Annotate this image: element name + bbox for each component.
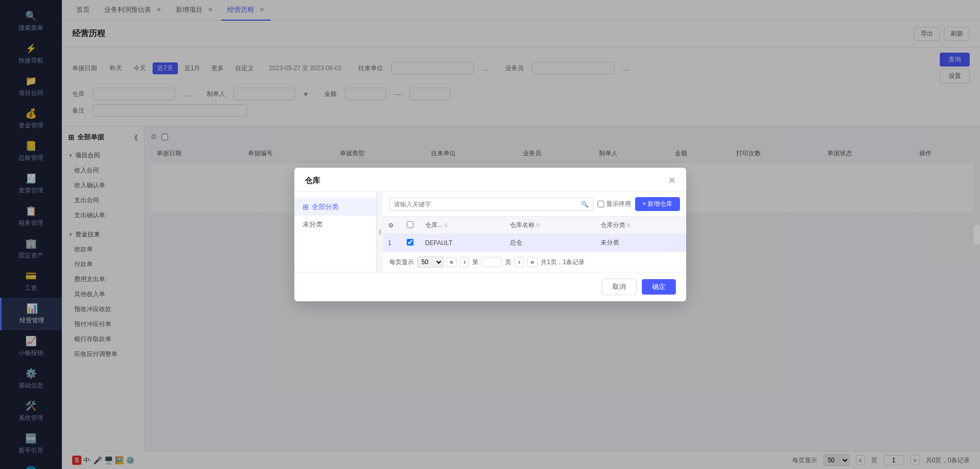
modal-sidebar: ⊞ 全部分类 未分类 <box>294 192 377 272</box>
modal-page-suffix: 页 <box>505 258 511 267</box>
modal-sidebar-unclassified[interactable]: 未分类 <box>294 216 376 233</box>
modal-search-input[interactable] <box>394 201 579 208</box>
modal-table-row[interactable]: 1 DEFAULT 总仓 未分类 <box>383 234 686 252</box>
modal-body: ⊞ 全部分类 未分类 ⟪ 🔍 <box>294 192 686 272</box>
modal-footer: 取消 确定 <box>294 272 686 301</box>
modal-header: 仓库 ✕ <box>294 168 686 192</box>
modal-page-size-label: 每页显示 <box>389 258 414 267</box>
modal-page-input[interactable]: 1 <box>481 257 502 267</box>
modal-col-code: 仓库...⇅ <box>420 217 505 234</box>
add-warehouse-button[interactable]: + 新增仓库 <box>635 197 679 211</box>
modal-sidebar-unclassified-label: 未分类 <box>303 220 323 228</box>
modal-row-code: DEFAULT <box>420 234 505 252</box>
modal-table: ⚙ 仓库...⇅ 仓库名称⇅ 仓库分类⇅ <box>383 217 686 252</box>
modal-row-name: 总仓 <box>505 234 595 252</box>
warehouse-modal: 仓库 ✕ ⊞ 全部分类 未分类 ⟪ <box>294 168 686 301</box>
modal-main: 🔍 显示停用 + 新增仓库 ⚙ <box>383 192 686 272</box>
modal-col-category: 仓库分类⇅ <box>595 217 686 234</box>
modal-row-checkbox[interactable] <box>407 239 413 246</box>
show-disabled-label: 显示停用 <box>597 200 631 208</box>
modal-select-all[interactable] <box>407 221 413 228</box>
modal-page-size-select[interactable]: 50 100 <box>417 256 443 268</box>
modal-overlay: 仓库 ✕ ⊞ 全部分类 未分类 ⟪ <box>0 0 980 469</box>
confirm-button[interactable]: 确定 <box>642 279 676 295</box>
modal-row-checkbox-cell <box>402 234 420 252</box>
modal-search-icon[interactable]: 🔍 <box>581 201 589 208</box>
modal-pagination: 每页显示 50 100 « ‹ 第 1 页 › » 共1页，1条记录 <box>383 252 686 272</box>
modal-table-container: ⚙ 仓库...⇅ 仓库名称⇅ 仓库分类⇅ <box>383 217 686 252</box>
modal-total-label: 共1页，1条记录 <box>541 258 585 267</box>
modal-col-name: 仓库名称⇅ <box>505 217 595 234</box>
modal-search-box: 🔍 <box>389 198 594 211</box>
modal-row-category: 未分类 <box>595 234 686 252</box>
show-disabled-text: 显示停用 <box>606 200 631 208</box>
show-disabled-checkbox[interactable] <box>597 201 604 207</box>
modal-prev-btn[interactable]: ‹ <box>460 257 469 267</box>
modal-sidebar-collapse-btn[interactable]: ⟪ <box>377 192 383 272</box>
modal-sidebar-all[interactable]: ⊞ 全部分类 <box>294 198 376 216</box>
modal-col-checkbox <box>402 217 420 234</box>
modal-toolbar: 🔍 显示停用 + 新增仓库 <box>383 192 686 217</box>
modal-col-settings: ⚙ <box>383 217 402 234</box>
cancel-button[interactable]: 取消 <box>602 279 637 295</box>
modal-row-index: 1 <box>383 234 402 252</box>
modal-last-btn[interactable]: » <box>527 257 538 267</box>
modal-first-btn[interactable]: « <box>446 257 457 267</box>
modal-title: 仓库 <box>305 176 320 186</box>
modal-close-button[interactable]: ✕ <box>668 175 676 186</box>
modal-next-btn[interactable]: › <box>514 257 524 267</box>
modal-page-label: 第 <box>472 258 478 267</box>
modal-sidebar-all-label: 全部分类 <box>312 202 339 212</box>
grid-icon: ⊞ <box>303 203 309 211</box>
